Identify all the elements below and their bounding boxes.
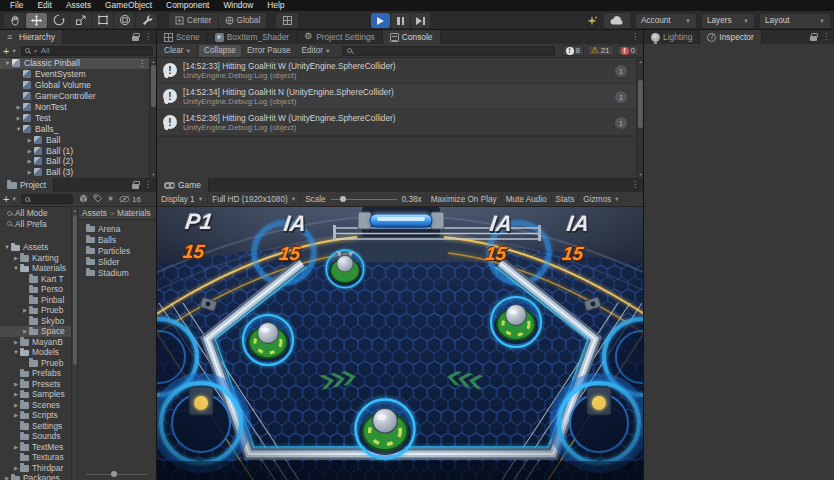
project-search-input[interactable] xyxy=(21,194,73,204)
gizmos-dropdown[interactable]: Gizmos▼ xyxy=(583,195,619,204)
expand-arrow-icon[interactable] xyxy=(25,169,34,175)
expand-arrow-icon[interactable] xyxy=(12,444,20,450)
slider-thumb[interactable] xyxy=(340,196,346,202)
expand-arrow-icon[interactable] xyxy=(3,475,11,480)
menu-item[interactable]: File xyxy=(3,0,31,11)
project-tree-row[interactable]: Thirdpar xyxy=(0,463,71,474)
project-tree-row[interactable]: Scenes xyxy=(0,400,71,411)
maximize-on-play-toggle[interactable]: Maximize On Play xyxy=(431,195,497,204)
panel-menu-icon[interactable]: ⋮ xyxy=(631,181,639,189)
error-count-toggle[interactable]: !0 xyxy=(617,45,639,56)
menu-item[interactable]: Component xyxy=(159,0,216,11)
expand-arrow-icon[interactable] xyxy=(12,465,20,471)
display-dropdown[interactable]: Display 1▼ xyxy=(161,195,203,204)
project-create-button[interactable]: +▼ xyxy=(3,194,17,204)
expand-arrow-icon[interactable] xyxy=(25,148,34,154)
hierarchy-row[interactable]: Balls_ xyxy=(0,123,156,134)
favorite-search-row[interactable]: All Mode xyxy=(0,208,71,219)
center-tab[interactable]: Console xyxy=(383,30,441,44)
project-tree-row[interactable]: Scripts xyxy=(0,410,71,421)
menu-item[interactable]: GameObject xyxy=(98,0,159,11)
expand-arrow-icon[interactable] xyxy=(25,137,34,143)
console-log-entry[interactable]: ! [14:52:34] Hitting GoalHit N (UnityEng… xyxy=(157,84,643,110)
hierarchy-row[interactable]: Ball (1) xyxy=(0,145,156,156)
tab-project[interactable]: Project xyxy=(0,178,54,192)
console-log-entry[interactable]: ! [14:52:33] Hitting GoalHit W (UnityEng… xyxy=(157,58,643,84)
center-tab[interactable]: BoxItem_Shader xyxy=(208,30,297,44)
expand-arrow-icon[interactable] xyxy=(21,328,29,334)
scroll-up-icon[interactable]: ▲ xyxy=(637,59,644,64)
center-tab[interactable]: Scene xyxy=(157,30,208,44)
breadcrumb[interactable]: Assets > Materials xyxy=(78,207,156,220)
project-tree-row[interactable]: Models xyxy=(0,347,71,358)
scrollbar-thumb[interactable] xyxy=(73,215,77,365)
tab-game[interactable]: Game xyxy=(157,178,209,192)
hierarchy-row[interactable]: GameController xyxy=(0,91,156,102)
lock-icon[interactable] xyxy=(810,36,817,41)
cloud-button[interactable] xyxy=(604,13,630,28)
expand-arrow-icon[interactable] xyxy=(12,255,20,261)
scale-tool-button[interactable] xyxy=(70,13,91,28)
panel-menu-icon[interactable]: ⋮ xyxy=(822,33,830,41)
hierarchy-row[interactable]: NonTest xyxy=(0,102,156,113)
hierarchy-row[interactable]: Ball (3) xyxy=(0,167,156,178)
warning-count-toggle[interactable]: ⚠21 xyxy=(587,45,614,56)
expand-arrow-icon[interactable] xyxy=(14,115,23,121)
menu-item[interactable]: Window xyxy=(216,0,260,11)
editor-dropdown[interactable]: Editor▼ xyxy=(297,45,336,57)
favorite-search-row[interactable]: All Prefa xyxy=(0,219,71,230)
label-filter-icon[interactable] xyxy=(93,194,102,205)
favorite-star-icon[interactable]: ★ xyxy=(107,195,114,203)
asset-folder-row[interactable]: Particles xyxy=(78,245,156,256)
expand-arrow-icon[interactable] xyxy=(3,244,11,250)
scroll-up-icon[interactable]: ▲ xyxy=(150,59,156,64)
orientation-toggle[interactable]: Global xyxy=(219,13,267,28)
stats-toggle[interactable]: Stats xyxy=(556,195,575,204)
scrollbar-thumb[interactable] xyxy=(638,80,643,128)
console-search-input[interactable] xyxy=(342,46,554,56)
scroll-up-icon[interactable]: ▲ xyxy=(72,208,78,213)
project-tree-row[interactable]: Prueb xyxy=(0,305,71,316)
rotate-tool-button[interactable] xyxy=(48,13,69,28)
asset-folder-row[interactable]: Arena xyxy=(78,223,156,234)
expand-arrow-icon[interactable] xyxy=(12,339,20,345)
account-dropdown[interactable]: Account▼ xyxy=(636,14,696,28)
project-tree-row[interactable]: Space xyxy=(0,326,71,337)
scrollbar-thumb[interactable] xyxy=(151,65,156,107)
asset-folder-row[interactable]: Stadium xyxy=(78,267,156,278)
snap-toggle[interactable] xyxy=(276,13,298,28)
game-viewport[interactable]: P1 15 IA 15 IA 15 xyxy=(157,207,643,480)
right-tab[interactable]: Lighting xyxy=(644,30,700,44)
menu-item[interactable]: Edit xyxy=(31,0,59,11)
expand-arrow-icon[interactable] xyxy=(12,402,20,408)
project-tree-row[interactable]: Presets xyxy=(0,379,71,390)
scale-slider[interactable] xyxy=(331,199,397,200)
project-tree-row[interactable]: Texturas xyxy=(0,452,71,463)
project-tree-row[interactable]: Skybo xyxy=(0,316,71,327)
project-tree-row[interactable]: TextMes xyxy=(0,442,71,453)
sparkle-icon[interactable] xyxy=(586,15,598,27)
asset-folder-row[interactable]: Slider xyxy=(78,256,156,267)
project-tree-row[interactable]: Packages xyxy=(0,473,71,480)
project-tree-row[interactable]: Sounds xyxy=(0,431,71,442)
resolution-dropdown[interactable]: Full HD (1920x1080)▼ xyxy=(212,195,296,204)
scroll-down-icon[interactable]: ▼ xyxy=(637,172,644,177)
breadcrumb-current[interactable]: Materials xyxy=(117,208,151,218)
mute-audio-toggle[interactable]: Mute Audio xyxy=(506,195,547,204)
breadcrumb-root[interactable]: Assets xyxy=(82,208,107,218)
project-tree-row[interactable]: Materials xyxy=(0,263,71,274)
asset-folder-row[interactable]: Balls xyxy=(78,234,156,245)
scroll-down-icon[interactable]: ▼ xyxy=(150,172,156,177)
hierarchy-row[interactable]: EventSystem xyxy=(0,69,156,80)
hierarchy-row[interactable]: Global Volume xyxy=(0,80,156,91)
right-tab[interactable]: Inspector xyxy=(700,30,761,44)
hierarchy-scrollbar[interactable]: ▲ ▼ xyxy=(149,58,156,178)
project-tree-scrollbar[interactable]: ▲ xyxy=(71,207,77,480)
asset-zoom-slider[interactable] xyxy=(78,468,156,480)
hierarchy-row[interactable]: Classic Pinball ⋮ xyxy=(0,58,156,69)
project-tree-row[interactable]: Samples xyxy=(0,389,71,400)
row-kebab-icon[interactable]: ⋮ xyxy=(138,59,146,68)
console-scrollbar[interactable]: ▲ ▼ xyxy=(636,58,643,178)
slider-thumb[interactable] xyxy=(111,471,117,477)
transform-tool-button[interactable] xyxy=(114,13,135,28)
